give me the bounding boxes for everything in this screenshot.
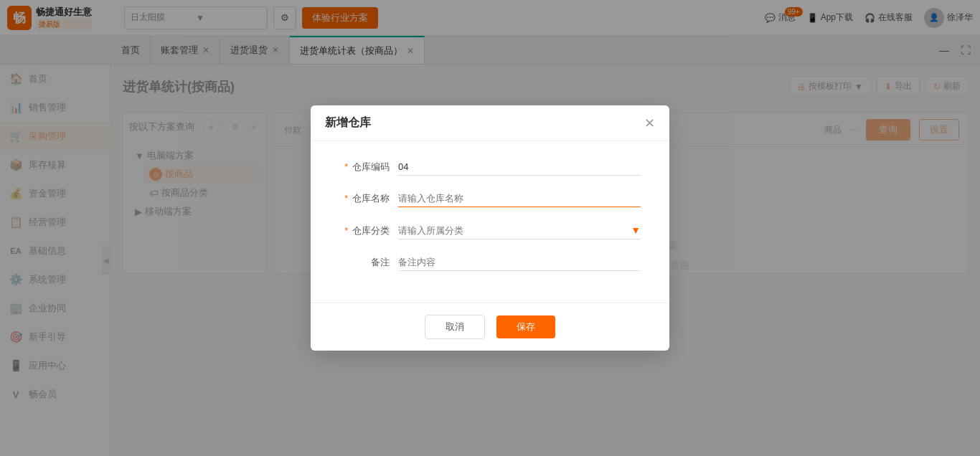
category-dropdown-icon: ▼ <box>631 224 641 236</box>
dialog-close-btn[interactable]: ✕ <box>644 117 655 130</box>
note-input[interactable] <box>398 254 641 271</box>
dialog-overlay: 新增仓库 ✕ * 仓库编码 * 仓库名称 <box>0 0 980 456</box>
category-label: * 仓库分类 <box>339 224 390 237</box>
add-warehouse-dialog: 新增仓库 ✕ * 仓库编码 * 仓库名称 <box>311 105 669 351</box>
dialog-header: 新增仓库 ✕ <box>311 105 669 141</box>
category-input[interactable] <box>398 225 631 236</box>
form-row-category: * 仓库分类 ▼ <box>339 222 641 239</box>
dialog-body: * 仓库编码 * 仓库名称 * 仓库分类 <box>311 141 669 303</box>
name-label: * 仓库名称 <box>339 192 390 205</box>
name-input[interactable] <box>398 190 641 207</box>
dialog-title: 新增仓库 <box>325 115 371 130</box>
save-button[interactable]: 保存 <box>496 315 555 338</box>
form-row-name: * 仓库名称 <box>339 190 641 207</box>
code-input[interactable] <box>398 158 641 176</box>
dialog-footer: 取消 保存 <box>311 303 669 351</box>
cancel-button[interactable]: 取消 <box>425 315 485 339</box>
form-row-code: * 仓库编码 <box>339 158 641 176</box>
form-row-note: 备注 <box>339 254 641 271</box>
category-select-wrap[interactable]: ▼ <box>398 222 641 239</box>
code-label: * 仓库编码 <box>339 161 390 174</box>
note-label: 备注 <box>339 256 390 269</box>
